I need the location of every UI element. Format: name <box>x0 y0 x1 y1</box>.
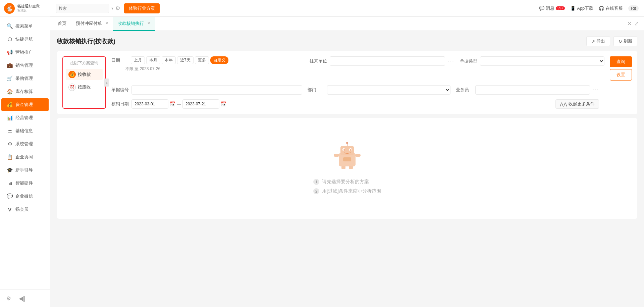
collapse-more-area: ⋀⋀ 收起更多条件 <box>438 99 599 109</box>
verify-date-label: 核销日期 <box>111 101 129 107</box>
tab-prepay[interactable]: 预付冲应付单 ✕ <box>71 17 113 31</box>
sidebar-item-operations[interactable]: 📊 经营管理 <box>1 111 49 124</box>
date-nolimit-row: 不限 至 2023-07-26 <box>111 66 304 72</box>
sidebar-item-sales[interactable]: 💼 销售管理 <box>1 59 49 72</box>
filter-scheme-panel: 按以下方案查询 💰 按收款 ⏰ 按应收 « <box>62 56 106 109</box>
verify-date-start-input[interactable] <box>131 99 168 109</box>
filter-by-receivable[interactable]: ⏰ 按应收 <box>66 82 103 93</box>
app-name: 畅捷通好生意 <box>17 4 40 8</box>
dept-select[interactable] <box>327 85 451 95</box>
verify-date-end-input[interactable] <box>182 99 219 109</box>
date-btn-custom[interactable]: 自定义 <box>210 56 228 64</box>
sidebar-item-label: 销售管理 <box>15 62 33 68</box>
verify-date-range: 📅 — 📅 <box>131 99 226 109</box>
doc-type-label: 单据类型 <box>460 58 477 64</box>
date-label: 日期 <box>111 57 128 63</box>
sidebar-item-label: 营销推广 <box>15 49 33 55</box>
guide-icon: 🎓 <box>7 167 13 173</box>
staff-label: 业务员 <box>456 87 473 93</box>
header-gear-icon[interactable]: ⚙ <box>115 5 120 11</box>
app-download-label: App下载 <box>577 5 593 11</box>
date-btn-this-month[interactable]: 本月 <box>146 56 160 64</box>
sidebar-item-label: 搜索菜单 <box>15 23 33 29</box>
sidebar-item-label: 资金管理 <box>15 102 33 108</box>
settings-button[interactable]: 设置 <box>610 69 632 81</box>
staff-filter: 业务员 ··· <box>456 85 599 95</box>
page-actions: ↗ 导出 ↻ 刷新 <box>586 36 637 46</box>
verify-date-start-cal-icon[interactable]: 📅 <box>170 101 175 107</box>
online-service-btn[interactable]: 🎧 在线客服 <box>599 5 623 11</box>
doc-type-filter: 单据类型 <box>460 56 604 66</box>
page-title-row: 收款核销执行(按收款) ↗ 导出 ↻ 刷新 <box>57 36 637 46</box>
sidebar-item-wechat[interactable]: 💬 企业微信 <box>1 190 49 203</box>
tab-collection-close[interactable]: ✕ <box>147 21 150 25</box>
sidebar-item-label: 经营管理 <box>15 115 33 121</box>
sidebar-item-collab[interactable]: 📋 企业协同 <box>1 151 49 163</box>
dept-label: 部门 <box>308 87 324 93</box>
doc-no-input[interactable] <box>131 85 302 95</box>
sidebar-item-search[interactable]: 🔍 搜索菜单 <box>1 20 49 33</box>
sidebar-item-inventory[interactable]: 🏠 库存核算 <box>1 85 49 98</box>
date-btn-7days[interactable]: 近7天 <box>177 56 194 64</box>
collapse-left-btn[interactable]: « <box>104 79 109 87</box>
refresh-label: 刷新 <box>624 38 632 44</box>
sidebar-item-label: 库存核算 <box>15 89 33 95</box>
sidebar-nav: 🔍 搜索菜单 ⬡ 快捷导航 📢 营销推广 💼 销售管理 🛒 采购管理 🏠 库存核… <box>0 17 50 289</box>
settings-bottom-btn[interactable]: ⚙ <box>3 293 14 304</box>
tab-prepay-close[interactable]: ✕ <box>105 21 108 25</box>
collab-icon: 📋 <box>7 154 13 160</box>
date-btn-last-month[interactable]: 上月 <box>131 56 145 64</box>
app-download-icon: 📱 <box>570 6 576 11</box>
header-search-input[interactable] <box>56 4 109 13</box>
counterpart-more-btn[interactable]: ··· <box>448 58 454 64</box>
message-btn[interactable]: 💬 消息 99+ <box>539 5 565 11</box>
sidebar-item-finance[interactable]: 💰 资金管理 <box>1 98 49 111</box>
svg-rect-10 <box>341 166 345 169</box>
filter-by-collection[interactable]: 💰 按收款 <box>66 69 103 80</box>
verify-date-end-cal-icon[interactable]: 📅 <box>221 101 226 107</box>
sidebar-item-guide[interactable]: 🎓 新手引导 <box>1 164 49 176</box>
app-badge: 标准版 <box>17 8 40 13</box>
svg-point-7 <box>346 142 348 144</box>
refresh-icon: ↻ <box>619 39 622 44</box>
app-logo: 🐇 畅捷通好生意 标准版 <box>0 0 50 17</box>
doc-no-label: 单据编号 <box>111 87 129 93</box>
sidebar-item-hardware[interactable]: 🖥 智能硬件 <box>1 177 49 190</box>
date-row: 日期 上月 本月 本年 近7天 更多 自定义 <box>111 56 304 64</box>
top-header: ▾ ⚙ 体验行业方案 💬 消息 99+ 📱 App下载 🎧 在线客服 Rit <box>50 0 644 17</box>
industry-solution-button[interactable]: 体验行业方案 <box>124 3 160 13</box>
header-search-chevron[interactable]: ▾ <box>111 6 113 11</box>
tab-expand-icon[interactable]: ⤢ <box>634 20 639 27</box>
refresh-button[interactable]: ↻ 刷新 <box>613 36 637 46</box>
query-button[interactable]: 查询 <box>610 56 632 67</box>
tab-home[interactable]: 首页 <box>53 17 71 31</box>
collection-scheme-icon: 💰 <box>68 71 76 78</box>
sidebar-item-member[interactable]: V 畅会员 <box>1 203 49 216</box>
staff-more-btn[interactable]: ··· <box>593 87 599 93</box>
sidebar-item-label: 快捷导航 <box>15 36 33 42</box>
sidebar-item-basic-info[interactable]: 🗃 基础信息 <box>1 124 49 137</box>
online-service-label: 在线客服 <box>605 5 623 11</box>
collapse-more-button[interactable]: ⋀⋀ 收起更多条件 <box>555 99 599 109</box>
sidebar-item-system[interactable]: ⚙ 系统管理 <box>1 138 49 150</box>
tab-collection[interactable]: 收款核销执行 ✕ <box>113 17 155 31</box>
doc-type-select[interactable] <box>480 56 604 66</box>
message-badge: 99+ <box>556 6 565 10</box>
tab-bar: 首页 预付冲应付单 ✕ 收款核销执行 ✕ ✕ ⤢ <box>50 17 644 31</box>
sidebar-item-marketing[interactable]: 📢 营销推广 <box>1 46 49 59</box>
collapse-sidebar-btn[interactable]: ◀‖ <box>17 293 28 304</box>
date-nolimit-text: 不限 至 2023-07-26 <box>125 66 160 72</box>
tab-close-all-icon[interactable]: ✕ <box>627 20 632 27</box>
app-download-btn[interactable]: 📱 App下载 <box>570 5 593 11</box>
sidebar-item-shortcut[interactable]: ⬡ 快捷导航 <box>1 33 49 46</box>
sales-icon: 💼 <box>7 62 13 68</box>
sidebar-item-purchase[interactable]: 🛒 采购管理 <box>1 72 49 85</box>
date-btn-more[interactable]: 更多 <box>195 56 209 64</box>
date-btn-this-year[interactable]: 本年 <box>162 56 176 64</box>
export-button[interactable]: ↗ 导出 <box>586 36 610 46</box>
staff-input[interactable] <box>475 85 590 95</box>
purchase-icon: 🛒 <box>7 75 13 82</box>
filter-panel: 按以下方案查询 💰 按收款 ⏰ 按应收 « 日期 <box>57 51 637 114</box>
counterpart-input[interactable] <box>330 56 445 66</box>
message-icon: 💬 <box>539 6 544 11</box>
